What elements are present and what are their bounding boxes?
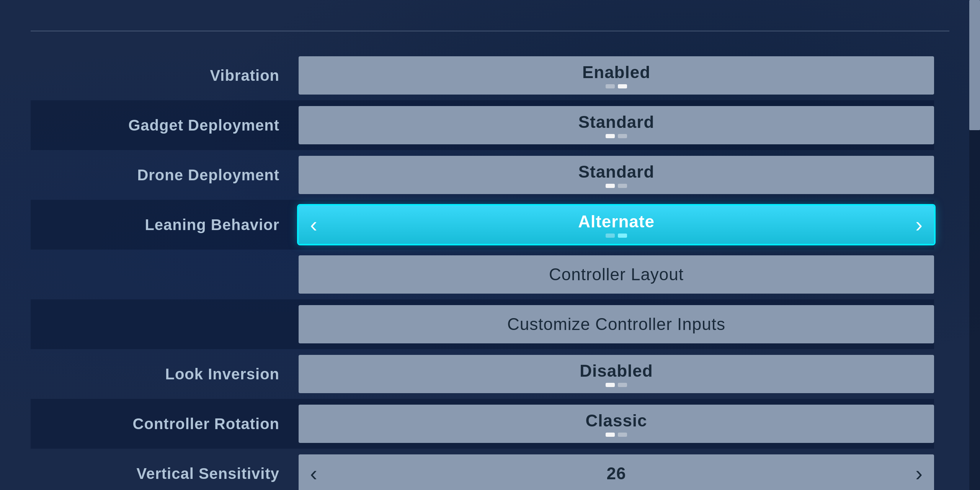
scrollbar-thumb[interactable] — [969, 0, 980, 130]
setting-control-vibration: Enabled — [299, 56, 934, 95]
setting-row-look_inversion: Look InversionDisabled — [31, 349, 934, 399]
setting-row-controller_rotation: Controller RotationClassic — [31, 399, 934, 449]
setting-row-gadget_deployment: Gadget DeploymentStandard — [31, 100, 934, 150]
setting-label-vertical_sensitivity: Vertical Sensitivity — [31, 465, 299, 482]
dot-vibration-1 — [618, 84, 627, 88]
settings-list: VibrationEnabledGadget DeploymentStandar… — [31, 51, 934, 467]
dot-vibration-0 — [606, 84, 615, 88]
dot-leaning_behavior-1 — [618, 234, 627, 238]
control-value-controller_rotation: Classic — [585, 411, 647, 430]
dot-leaning_behavior-0 — [606, 234, 615, 238]
setting-control-drone_deployment: Standard — [299, 156, 934, 194]
title-divider — [31, 31, 949, 31]
dots-vibration — [606, 84, 627, 88]
setting-row-vertical_sensitivity: Vertical Sensitivity‹26› — [31, 449, 934, 490]
control-value-gadget_deployment: Standard — [578, 113, 655, 132]
control-value-controller_layout: Controller Layout — [549, 265, 684, 284]
control-value-customize_controller_inputs: Customize Controller Inputs — [507, 315, 725, 334]
control-value-leaning_behavior: Alternate — [578, 212, 655, 231]
control-value-vibration: Enabled — [582, 63, 650, 82]
setting-label-gadget_deployment: Gadget Deployment — [31, 117, 299, 134]
control-center-vertical_sensitivity: 26 — [329, 464, 904, 483]
setting-control-controller_layout[interactable]: Controller Layout — [299, 255, 934, 294]
dot-drone_deployment-1 — [618, 184, 627, 188]
control-center-leaning_behavior: Alternate — [329, 212, 904, 238]
setting-row-drone_deployment: Drone DeploymentStandard — [31, 150, 934, 200]
scrollbar[interactable] — [969, 0, 980, 490]
control-value-look_inversion: Disabled — [580, 361, 653, 381]
dots-look_inversion — [606, 383, 627, 387]
setting-control-leaning_behavior[interactable]: ‹Alternate› — [299, 206, 934, 244]
control-value-vertical_sensitivity: 26 — [607, 464, 626, 483]
setting-control-gadget_deployment: Standard — [299, 106, 934, 144]
setting-control-vertical_sensitivity[interactable]: ‹26› — [299, 454, 934, 490]
dots-drone_deployment — [606, 184, 627, 188]
dot-controller_rotation-1 — [618, 433, 627, 437]
dot-look_inversion-1 — [618, 383, 627, 387]
setting-row-leaning_behavior: Leaning Behavior‹Alternate› — [31, 200, 934, 250]
control-value-drone_deployment: Standard — [578, 162, 655, 181]
arrow-left-vertical_sensitivity[interactable]: ‹ — [299, 463, 329, 484]
page-container: VibrationEnabledGadget DeploymentStandar… — [0, 0, 980, 490]
setting-row-controller_layout: Controller Layout — [31, 250, 934, 299]
setting-label-vibration: Vibration — [31, 67, 299, 84]
setting-row-vibration: VibrationEnabled — [31, 51, 934, 100]
setting-label-look_inversion: Look Inversion — [31, 366, 299, 383]
dot-gadget_deployment-0 — [606, 134, 615, 138]
setting-label-drone_deployment: Drone Deployment — [31, 167, 299, 184]
dot-look_inversion-0 — [606, 383, 615, 387]
setting-label-controller_rotation: Controller Rotation — [31, 415, 299, 433]
dot-controller_rotation-0 — [606, 433, 615, 437]
setting-label-leaning_behavior: Leaning Behavior — [31, 216, 299, 234]
setting-control-look_inversion: Disabled — [299, 355, 934, 393]
setting-row-customize_controller_inputs: Customize Controller Inputs — [31, 299, 934, 349]
setting-control-controller_rotation: Classic — [299, 405, 934, 443]
dot-gadget_deployment-1 — [618, 134, 627, 138]
dots-gadget_deployment — [606, 134, 627, 138]
arrow-right-vertical_sensitivity[interactable]: › — [904, 463, 934, 484]
dot-drone_deployment-0 — [606, 184, 615, 188]
setting-control-customize_controller_inputs[interactable]: Customize Controller Inputs — [299, 305, 934, 343]
dots-controller_rotation — [606, 433, 627, 437]
arrow-left-leaning_behavior[interactable]: ‹ — [299, 214, 329, 235]
arrow-right-leaning_behavior[interactable]: › — [904, 214, 934, 235]
dots-leaning_behavior — [606, 234, 627, 238]
